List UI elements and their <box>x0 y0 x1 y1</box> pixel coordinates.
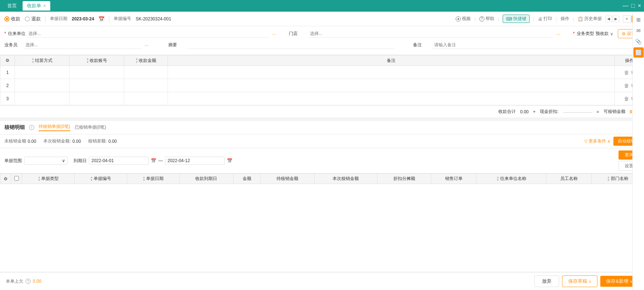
receipt-type-group: 收款 退款 <box>4 16 41 22</box>
row-1-remark-input[interactable] <box>168 66 614 79</box>
row-2-delete-icon[interactable]: 🗑 <box>624 83 629 89</box>
bt-gear-icon[interactable]: ⚙ <box>4 176 8 181</box>
staff-more-icon[interactable]: ··· <box>143 42 150 48</box>
th-settle-method: ▲▼ 结算方式 <box>15 55 70 66</box>
row-2-remark[interactable] <box>168 79 615 92</box>
counterparty-more-icon[interactable]: ··· <box>271 31 278 37</box>
done-tab[interactable]: 已核销单据(0笔) <box>75 124 106 130</box>
row-3-remark[interactable] <box>168 92 615 105</box>
staff-input[interactable] <box>24 41 141 49</box>
plus-label: + <box>533 109 535 114</box>
summary-row: 收款合计 0.00 + 现金折扣: = 可核销金额 0.00 <box>0 105 644 118</box>
more-conditions-btn[interactable]: ▽ 更多条件 ∧ <box>584 138 610 144</box>
row-3-amount-input[interactable] <box>124 92 168 105</box>
store-more-icon[interactable]: ··· <box>555 31 562 37</box>
sidebar-mail-icon[interactable]: ✉ <box>633 26 644 36</box>
toolbar-row: 收款 退款 单据日期 2023-03-24 📅 单据编号 SK-20230324… <box>0 12 644 26</box>
equal-label: = <box>597 109 599 114</box>
row-1-amount[interactable] <box>124 66 168 79</box>
table-gear-icon[interactable]: ⚙ <box>5 58 9 63</box>
shortcut-button[interactable]: ⌨ 快捷键 <box>503 15 530 23</box>
nav-next-icon[interactable]: ▶ <box>613 16 619 22</box>
bill-range-select[interactable]: ∨ <box>24 157 68 165</box>
th-gear[interactable]: ⚙ <box>0 55 15 66</box>
bt-th-checkbox[interactable] <box>11 174 22 184</box>
hexiao-title: 核销明细 <box>4 124 25 131</box>
net-label: 可核销金额 <box>604 109 625 115</box>
operate-action[interactable]: 操作 <box>561 16 569 22</box>
remark-input[interactable] <box>433 41 640 49</box>
diff-value: 0.00 <box>108 139 117 144</box>
row-1-account-input[interactable] <box>70 66 124 79</box>
bt-th-gear[interactable]: ⚙ <box>0 174 11 184</box>
video-label: 视频 <box>462 16 471 22</box>
row-1-delete-icon[interactable]: 🗑 <box>624 70 629 75</box>
hexiao-info-icon[interactable]: i <box>29 125 34 130</box>
footer-info-icon[interactable]: ? <box>25 279 31 284</box>
save-draft-button[interactable]: 保存草稿 ∨ <box>562 275 597 287</box>
sidebar-camera-icon[interactable]: ⬜ <box>633 47 644 58</box>
help-action[interactable]: ? 帮助 <box>479 16 494 22</box>
row-3-delete-icon[interactable]: 🗑 <box>624 96 629 102</box>
pending-tab[interactable]: 待核销单据(0笔) <box>39 124 70 131</box>
sidebar-clip-icon[interactable]: 📎 <box>633 36 644 47</box>
row-3-settle[interactable] <box>15 92 70 105</box>
tab-home[interactable]: 首页 <box>3 1 21 11</box>
date-calendar-icon[interactable]: 📅 <box>98 16 105 22</box>
discount-input[interactable] <box>563 111 592 113</box>
uncleared-value: 0.00 <box>28 139 36 144</box>
business-type-dropdown-icon[interactable]: ∨ <box>610 31 613 36</box>
row-1-account[interactable] <box>70 66 124 79</box>
tab-active-label: 收款单 <box>27 3 41 9</box>
required-star-1: * <box>4 31 6 36</box>
video-action[interactable]: ● 视频 <box>456 16 471 22</box>
radio-refund[interactable]: 退款 <box>25 16 41 22</box>
summary-input[interactable] <box>188 41 395 49</box>
bt-th-bill-type: ▲▼单据类型 <box>22 174 75 184</box>
th-receipt-account: ▲▼ 收款账号 <box>70 55 124 66</box>
counterparty-input[interactable] <box>27 30 269 38</box>
row-2-account-input[interactable] <box>70 79 124 92</box>
row-2-settle-input[interactable] <box>15 79 69 92</box>
total-label: 收款合计 <box>498 109 516 115</box>
row-3-amount[interactable] <box>124 92 168 105</box>
nav-prev-icon[interactable]: ◀ <box>605 16 612 22</box>
calendar-from-icon[interactable]: 📅 <box>151 158 156 163</box>
row-1-remark[interactable] <box>168 66 615 79</box>
row-1-settle[interactable] <box>15 66 70 79</box>
window-max-icon[interactable]: □ <box>631 3 635 9</box>
summary-label: 摘要 <box>168 42 186 48</box>
store-input[interactable] <box>309 30 554 38</box>
th-account-label: 收款账号 <box>90 58 107 64</box>
from-date-input[interactable] <box>89 157 149 165</box>
calendar-to-icon[interactable]: 📅 <box>227 158 232 163</box>
bill-value: SK-20230324-001 <box>136 16 171 21</box>
row-1-settle-input[interactable] <box>15 66 69 79</box>
row-2-settle[interactable] <box>15 79 70 92</box>
row-2-account[interactable] <box>70 79 124 92</box>
to-date-input[interactable] <box>165 157 225 165</box>
row-3-account-input[interactable] <box>70 92 124 105</box>
row-1-amount-input[interactable] <box>124 66 168 79</box>
chevron-up-icon: ∧ <box>607 139 610 144</box>
hexiao-section: 核销明细 i 待核销单据(0笔) 已核销单据(0笔) 未核销金额 0.00 本次… <box>0 121 644 272</box>
tab-active[interactable]: 收款单 × <box>23 1 50 11</box>
print-action[interactable]: 🖨 打印 <box>538 16 552 22</box>
tab-close-icon[interactable]: × <box>43 3 46 8</box>
view-list-icon[interactable]: ≡ <box>623 15 631 23</box>
row-3-account[interactable] <box>70 92 124 105</box>
row-3-remark-input[interactable] <box>168 92 614 105</box>
help-label: 帮助 <box>486 16 494 22</box>
row-2-amount[interactable] <box>124 79 168 92</box>
history-action[interactable]: 📋 历史单据 <box>578 16 602 22</box>
row-3-settle-input[interactable] <box>15 92 69 105</box>
row-2-amount-input[interactable] <box>124 79 168 92</box>
abandon-button[interactable]: 放弃 <box>534 275 559 287</box>
counterparty-field: * 往来单位 ··· <box>4 30 278 38</box>
radio-receipt[interactable]: 收款 <box>4 16 20 22</box>
bt-select-all-checkbox[interactable] <box>14 176 19 181</box>
row-2-remark-input[interactable] <box>168 79 614 92</box>
window-close-icon[interactable]: × <box>638 3 641 9</box>
window-min-icon[interactable]: — <box>623 3 628 9</box>
sidebar-table-icon[interactable]: ⊞ <box>633 15 644 25</box>
